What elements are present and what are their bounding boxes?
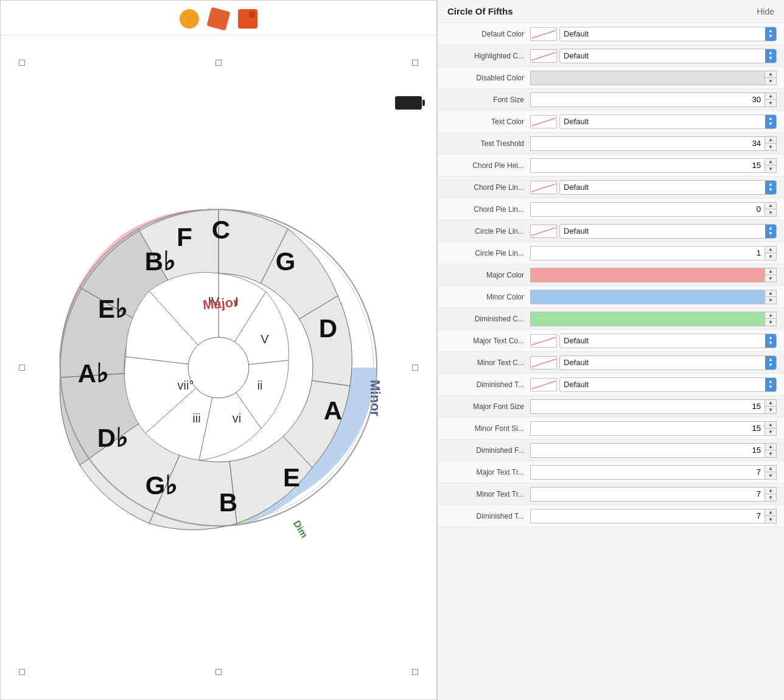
color-up-button[interactable]: ▲: [765, 71, 776, 79]
handle-br[interactable]: [412, 669, 418, 675]
increment-button[interactable]: ▲: [765, 444, 776, 451]
increment-button[interactable]: ▲: [765, 466, 776, 473]
dropdown-control[interactable]: Default▲▼: [559, 355, 777, 370]
color-bar-control[interactable]: ▲▼: [530, 268, 777, 282]
decrement-button[interactable]: ▼: [765, 516, 776, 523]
number-input[interactable]: [530, 246, 765, 261]
dropdown-arrows[interactable]: ▲▼: [765, 378, 776, 391]
increment-button[interactable]: ▲: [765, 422, 776, 429]
dropdown-control[interactable]: Default▲▼: [559, 180, 777, 195]
number-input[interactable]: [530, 487, 765, 502]
decrement-button[interactable]: ▼: [765, 494, 776, 501]
dropdown-arrows[interactable]: ▲▼: [765, 27, 776, 41]
number-arrows[interactable]: ▲▼: [765, 202, 777, 217]
color-bar-control[interactable]: ▲▼: [530, 312, 777, 326]
decrement-button[interactable]: ▼: [765, 100, 776, 107]
number-input[interactable]: [530, 93, 765, 107]
decrement-button[interactable]: ▼: [765, 166, 776, 172]
circle-of-fifths[interactable]: C G D A E B G♭ D♭ A♭ E♭ B♭ F I V IV ii v…: [48, 197, 389, 538]
color-down-button[interactable]: ▼: [765, 297, 776, 304]
color-bar[interactable]: [530, 290, 765, 304]
decrement-button[interactable]: ▼: [765, 253, 776, 260]
dropdown-control[interactable]: Default▲▼: [559, 224, 777, 239]
number-arrows[interactable]: ▲▼: [765, 421, 777, 436]
dropdown-arrows[interactable]: ▲▼: [765, 115, 776, 128]
increment-button[interactable]: ▲: [765, 488, 776, 495]
color-swatch[interactable]: [530, 49, 557, 63]
number-arrows[interactable]: ▲▼: [765, 487, 777, 502]
number-input[interactable]: [530, 399, 765, 414]
decrement-button[interactable]: ▼: [765, 144, 776, 150]
color-up-button[interactable]: ▲: [765, 290, 776, 298]
cube-icon[interactable]: [206, 7, 230, 30]
handle-mr[interactable]: [412, 365, 418, 371]
number-input[interactable]: [530, 443, 765, 458]
increment-button[interactable]: ▲: [765, 93, 776, 100]
dropdown-control[interactable]: Default▲▼: [559, 27, 777, 41]
color-bar-arrows[interactable]: ▲▼: [765, 312, 777, 326]
dropdown-arrows[interactable]: ▲▼: [765, 49, 776, 63]
color-bar-control[interactable]: ▲▼: [530, 290, 777, 304]
decrement-button[interactable]: ▼: [765, 450, 776, 457]
number-arrows[interactable]: ▲▼: [765, 399, 777, 414]
handle-tm[interactable]: [215, 60, 222, 66]
number-arrows[interactable]: ▲▼: [765, 246, 777, 261]
decrement-button[interactable]: ▼: [765, 209, 776, 216]
color-down-button[interactable]: ▼: [765, 275, 776, 282]
color-down-button[interactable]: ▼: [765, 78, 776, 85]
handle-ml[interactable]: [19, 365, 25, 371]
hide-button[interactable]: Hide: [757, 7, 774, 16]
increment-button[interactable]: ▲: [765, 203, 776, 210]
handle-bm[interactable]: [215, 669, 222, 675]
decrement-button[interactable]: ▼: [765, 472, 776, 479]
color-bar-arrows[interactable]: ▲▼: [765, 71, 777, 85]
color-swatch[interactable]: [530, 225, 557, 238]
handle-tl[interactable]: [19, 60, 25, 66]
increment-button[interactable]: ▲: [765, 247, 776, 254]
color-bar[interactable]: [530, 71, 765, 85]
square-icon[interactable]: [238, 9, 257, 29]
color-bar-control[interactable]: ▲▼: [530, 71, 777, 85]
dropdown-control[interactable]: Default▲▼: [559, 334, 777, 348]
circle-icon[interactable]: [180, 9, 199, 29]
handle-tr[interactable]: [412, 60, 418, 66]
color-bar[interactable]: [530, 312, 765, 326]
color-swatch[interactable]: [530, 115, 557, 128]
dropdown-arrows[interactable]: ▲▼: [765, 225, 776, 238]
dropdown-arrows[interactable]: ▲▼: [765, 356, 776, 369]
color-up-button[interactable]: ▲: [765, 312, 776, 320]
number-arrows[interactable]: ▲▼: [765, 465, 777, 480]
dropdown-arrows[interactable]: ▲▼: [765, 334, 776, 348]
increment-button[interactable]: ▲: [765, 159, 776, 166]
number-input[interactable]: [530, 465, 765, 480]
dropdown-control[interactable]: Default▲▼: [559, 49, 777, 63]
increment-button[interactable]: ▲: [765, 137, 776, 144]
number-input[interactable]: [530, 202, 765, 217]
color-bar[interactable]: [530, 268, 765, 282]
color-swatch[interactable]: [530, 181, 557, 194]
number-arrows[interactable]: ▲▼: [765, 158, 777, 173]
color-swatch[interactable]: [530, 378, 557, 391]
color-down-button[interactable]: ▼: [765, 319, 776, 326]
color-swatch[interactable]: [530, 27, 557, 41]
decrement-button[interactable]: ▼: [765, 407, 776, 413]
number-input[interactable]: [530, 136, 765, 151]
color-swatch[interactable]: [530, 334, 557, 348]
number-arrows[interactable]: ▲▼: [765, 509, 777, 523]
dropdown-control[interactable]: Default▲▼: [559, 114, 777, 129]
handle-bl[interactable]: [19, 669, 25, 675]
increment-button[interactable]: ▲: [765, 400, 776, 407]
decrement-button[interactable]: ▼: [765, 429, 776, 435]
color-up-button[interactable]: ▲: [765, 268, 776, 276]
color-bar-arrows[interactable]: ▲▼: [765, 268, 777, 282]
dropdown-control[interactable]: Default▲▼: [559, 377, 777, 392]
color-bar-arrows[interactable]: ▲▼: [765, 290, 777, 304]
dropdown-arrows[interactable]: ▲▼: [765, 181, 776, 194]
number-input[interactable]: [530, 158, 765, 173]
number-arrows[interactable]: ▲▼: [765, 93, 777, 107]
number-input[interactable]: [530, 509, 765, 523]
number-arrows[interactable]: ▲▼: [765, 136, 777, 151]
number-arrows[interactable]: ▲▼: [765, 443, 777, 458]
color-swatch[interactable]: [530, 356, 557, 369]
increment-button[interactable]: ▲: [765, 509, 776, 517]
